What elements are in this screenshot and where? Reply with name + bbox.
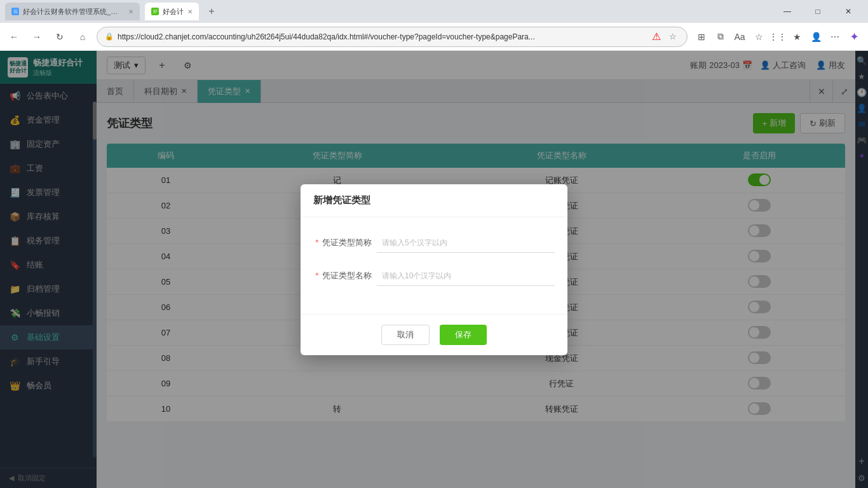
- new-tab-button[interactable]: +: [203, 3, 220, 20]
- tab1-title: 好会计云财务软件管理系统_会计: [23, 7, 125, 17]
- tab-search-icon[interactable]: ⊞: [693, 28, 710, 46]
- required-asterisk-name: *: [315, 271, 318, 280]
- back-button[interactable]: ←: [5, 28, 23, 46]
- security-icon[interactable]: ⚠: [650, 30, 663, 43]
- reload-button[interactable]: ↻: [51, 28, 69, 46]
- modal-overlay: 新增凭证类型 * 凭证类型简称 * 凭证类型名称 取消 保存: [0, 51, 868, 488]
- tab1-favicon: 云: [11, 8, 19, 15]
- modal-title: 新增凭证类型: [301, 184, 567, 217]
- address-bar-row: ← → ↻ ⌂ 🔒 https://cloud2.chanjet.com/acc…: [0, 23, 868, 51]
- address-box[interactable]: 🔒 https://cloud2.chanjet.com/accounting/…: [97, 27, 688, 47]
- tab2-title: 好会计: [163, 7, 184, 17]
- form-label-name: * 凭证类型名称: [313, 270, 377, 281]
- collections-icon[interactable]: ⋮⋮: [769, 28, 787, 46]
- add-favorite-icon[interactable]: ☆: [750, 28, 768, 46]
- modal-dialog: 新增凭证类型 * 凭证类型简称 * 凭证类型名称 取消 保存: [301, 184, 567, 355]
- address-icons: ⚠ ☆: [650, 30, 679, 43]
- forward-button[interactable]: →: [28, 28, 46, 46]
- browser-tab-inactive[interactable]: 云 好会计云财务软件管理系统_会计 ✕: [5, 3, 140, 20]
- copilot-icon[interactable]: ✦: [845, 28, 863, 46]
- browser-controls: 云 好会计云财务软件管理系统_会计 ✕ 好 好会计 ✕ +: [5, 3, 220, 20]
- tab2-favicon: 好: [151, 8, 159, 15]
- split-screen-icon[interactable]: ⧉: [712, 28, 729, 46]
- immersive-reader-icon[interactable]: Aa: [731, 28, 749, 46]
- more-icon[interactable]: ⋯: [826, 28, 844, 46]
- favorites-icon[interactable]: ★: [788, 28, 806, 46]
- required-asterisk-short: *: [315, 238, 318, 247]
- tab2-close[interactable]: ✕: [187, 8, 193, 15]
- form-row-short: * 凭证类型简称: [313, 233, 555, 253]
- short-label-text: 凭证类型简称: [322, 238, 372, 247]
- cancel-button[interactable]: 取消: [381, 325, 430, 345]
- minimize-button[interactable]: —: [773, 0, 802, 23]
- name-input[interactable]: [377, 266, 555, 286]
- name-label-text: 凭证类型名称: [322, 271, 372, 280]
- home-button[interactable]: ⌂: [74, 28, 92, 46]
- short-input[interactable]: [377, 233, 555, 253]
- modal-footer: 取消 保存: [301, 314, 567, 355]
- toolbar-icons: ⊞ ⧉ Aa ☆ ⋮⋮ ★ 👤 ⋯ ✦: [693, 28, 863, 46]
- form-row-name: * 凭证类型名称: [313, 266, 555, 286]
- maximize-button[interactable]: □: [803, 0, 832, 23]
- browser-tab-active[interactable]: 好 好会计 ✕: [145, 3, 199, 20]
- close-button[interactable]: ✕: [834, 0, 863, 23]
- form-label-short: * 凭证类型简称: [313, 237, 377, 248]
- window-controls: — □ ✕: [773, 0, 863, 23]
- bookmark-icon[interactable]: ☆: [667, 30, 679, 43]
- save-button[interactable]: 保存: [440, 325, 487, 345]
- browser-titlebar: 云 好会计云财务软件管理系统_会计 ✕ 好 好会计 ✕ + — □ ✕: [0, 0, 868, 23]
- user-profile-icon[interactable]: 👤: [807, 28, 825, 46]
- address-text: https://cloud2.chanjet.com/accounting/uh…: [118, 32, 650, 41]
- modal-body: * 凭证类型简称 * 凭证类型名称: [301, 217, 567, 314]
- tab1-close[interactable]: ✕: [128, 8, 133, 15]
